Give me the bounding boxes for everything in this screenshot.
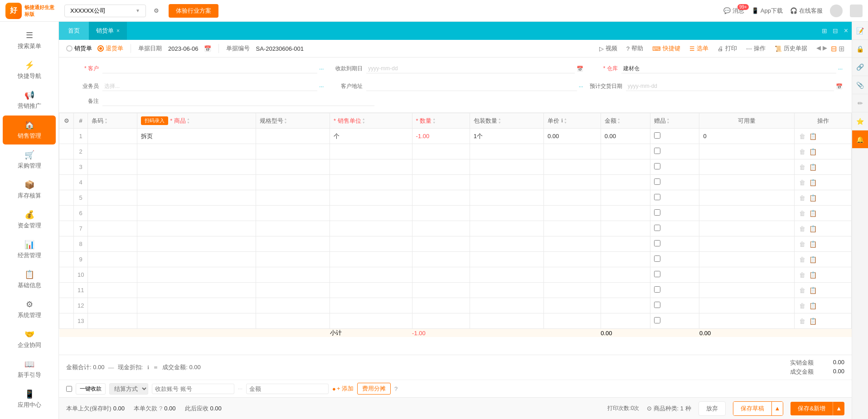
row-gift[interactable] — [650, 236, 699, 252]
due-date-calendar[interactable]: 📅 — [575, 66, 585, 72]
delete-row-button[interactable]: 🗑 — [798, 271, 806, 279]
th-settings[interactable]: ⚙ — [59, 113, 74, 129]
row-gift[interactable] — [650, 221, 699, 236]
delete-row-button[interactable]: 🗑 — [798, 210, 806, 217]
delete-row-button[interactable]: 🗑 — [798, 164, 806, 171]
row-gift[interactable] — [650, 190, 699, 206]
add-payment-button[interactable]: ● + 添加 — [332, 385, 354, 393]
sidebar-item-sales[interactable]: 🏠 销售管理 — [3, 116, 56, 144]
row-gift[interactable] — [650, 298, 699, 313]
prev-icon[interactable]: ◀ — [816, 44, 821, 53]
row-gift[interactable] — [650, 283, 699, 298]
save-draft-button[interactable]: 保存草稿 — [733, 402, 772, 415]
settings-icon[interactable]: ⚙ — [150, 4, 163, 18]
copy-row-button[interactable]: 📋 — [808, 210, 818, 217]
sidebar-item-management[interactable]: 📊 经营管理 — [3, 235, 56, 264]
close-tab-icon[interactable]: × — [844, 27, 848, 34]
delete-row-button[interactable]: 🗑 — [798, 241, 806, 248]
copy-row-button[interactable]: 📋 — [808, 318, 818, 325]
salesperson-input[interactable] — [102, 82, 317, 91]
expected-date-input[interactable] — [626, 82, 834, 91]
one-click-payment-button[interactable]: 一键收款 — [76, 383, 106, 395]
right-panel-item-4[interactable]: 📎 — [852, 76, 868, 94]
radio-sales-order[interactable]: 销货单 — [66, 44, 92, 53]
avatar-dropdown[interactable] — [850, 5, 863, 17]
scan-barcode-button[interactable]: 扫码录入 — [141, 116, 168, 125]
list-view-icon[interactable]: ⊞ — [839, 44, 844, 53]
right-panel-item-5[interactable]: ✏ — [852, 94, 868, 112]
calendar-icon[interactable]: 📅 — [204, 45, 211, 52]
warehouse-input[interactable] — [621, 64, 836, 73]
sidebar-item-basics[interactable]: 📋 基础信息 — [3, 265, 56, 294]
shortcut-button[interactable]: ⌨ 快捷键 — [650, 43, 682, 53]
delete-row-button[interactable]: 🗑 — [798, 179, 806, 186]
due-date-input[interactable] — [366, 64, 574, 73]
price-info-icon[interactable]: ℹ — [561, 118, 563, 124]
sidebar-item-finance[interactable]: 💰 资金管理 — [3, 205, 56, 234]
payment-amount-input[interactable] — [246, 384, 329, 394]
expected-date-cal[interactable]: 📅 — [834, 83, 844, 90]
online-service-button[interactable]: 🎧 在线客服 — [790, 7, 823, 15]
sidebar-item-apps[interactable]: 📱 应用中心 — [3, 385, 56, 414]
right-panel-item-3[interactable]: 🔗 — [852, 58, 868, 76]
trial-button[interactable]: 体验行业方案 — [169, 4, 218, 18]
copy-row-button[interactable]: 📋 — [808, 179, 818, 186]
copy-row-button[interactable]: 📋 — [808, 256, 818, 263]
sidebar-item-quicknav[interactable]: ⚡ 快捷导航 — [3, 56, 56, 85]
warehouse-dots[interactable]: ··· — [836, 66, 844, 72]
delete-row-button[interactable]: 🗑 — [798, 148, 806, 155]
copy-row-button[interactable]: 📋 — [808, 133, 818, 140]
select-button[interactable]: ☰ 选单 — [688, 43, 710, 53]
copy-row-button[interactable]: 📋 — [808, 287, 818, 294]
delete-row-button[interactable]: 🗑 — [798, 302, 806, 309]
sidebar-item-purchase[interactable]: 🛒 采购管理 — [3, 145, 56, 174]
company-selector[interactable]: XXXXXX公司 ▼ — [64, 5, 146, 17]
customer-dots[interactable]: ··· — [317, 66, 325, 72]
fee-allocation-button[interactable]: 费用分摊 — [357, 383, 391, 395]
delete-row-button[interactable]: 🗑 — [798, 318, 806, 325]
delete-row-button[interactable]: 🗑 — [798, 133, 806, 140]
fullscreen-icon[interactable]: ⊟ — [833, 27, 838, 34]
operate-button[interactable]: ⋯ 操作 — [744, 43, 767, 53]
notes-input[interactable] — [102, 96, 374, 106]
discard-button[interactable]: 放弃 — [698, 401, 726, 416]
print-button[interactable]: 🖨 打印 — [716, 43, 739, 53]
copy-row-button[interactable]: 📋 — [808, 225, 818, 232]
copy-row-button[interactable]: 📋 — [808, 271, 818, 279]
sidebar-item-wechat[interactable]: 💬 企业微信 — [3, 414, 56, 419]
right-panel-item-2[interactable]: 🔒 — [852, 40, 868, 58]
dots-icon[interactable]: ··· — [238, 385, 242, 392]
right-panel-item-6[interactable]: ⭐ — [852, 112, 868, 130]
table-settings-icon[interactable]: ⚙ — [64, 117, 69, 124]
delete-row-button[interactable]: 🗑 — [798, 287, 806, 294]
save-new-button[interactable]: 保存&新增 — [790, 402, 833, 415]
row-gift[interactable] — [650, 313, 699, 329]
row-gift[interactable] — [650, 206, 699, 221]
arrears-help-icon[interactable]: ? — [159, 405, 162, 412]
addr-dots[interactable]: ··· — [577, 83, 585, 90]
settlement-select[interactable]: 结算方式 — [109, 383, 148, 395]
save-draft-arrow[interactable]: ▲ — [772, 402, 783, 415]
save-new-arrow[interactable]: ▲ — [833, 402, 844, 415]
message-button[interactable]: 💬 消息 99+ — [723, 7, 744, 15]
one-click-checkbox[interactable] — [66, 386, 72, 392]
sidebar-item-marketing[interactable]: 📢 营销推广 — [3, 86, 56, 115]
row-gift[interactable] — [650, 129, 699, 144]
expand-icon[interactable]: ⊞ — [822, 27, 827, 34]
right-panel-item-1[interactable]: 📝 — [852, 22, 868, 40]
delete-row-button[interactable]: 🗑 — [798, 225, 806, 232]
row-gift[interactable] — [650, 267, 699, 283]
sidebar-item-system[interactable]: ⚙ 系统管理 — [3, 295, 56, 324]
row-gift[interactable] — [650, 144, 699, 159]
row-gift[interactable] — [650, 252, 699, 267]
sidebar-item-inventory[interactable]: 📦 库存核算 — [3, 175, 56, 204]
help-button[interactable]: ? 帮助 — [625, 43, 645, 53]
copy-row-button[interactable]: 📋 — [808, 302, 818, 309]
right-panel-item-7[interactable]: 🔔 — [852, 130, 868, 149]
copy-row-button[interactable]: 📋 — [808, 148, 818, 155]
copy-row-button[interactable]: 📋 — [808, 194, 818, 202]
sidebar-item-guide[interactable]: 📖 新手引导 — [3, 355, 56, 384]
footer-help-icon[interactable]: ? — [394, 385, 398, 392]
row-gift[interactable] — [650, 159, 699, 175]
next-icon[interactable]: ▶ — [823, 44, 827, 53]
